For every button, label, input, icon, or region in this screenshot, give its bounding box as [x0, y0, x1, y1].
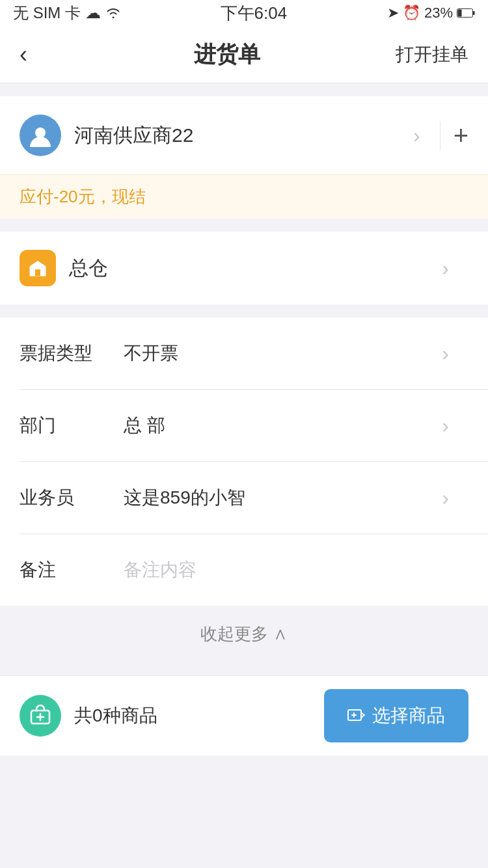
product-count-label: 共0种商品	[74, 703, 311, 728]
notice-bar: 应付-20元，现结	[0, 174, 488, 219]
remark-label: 备注	[20, 558, 111, 582]
add-button[interactable]: +	[440, 121, 468, 150]
remark-input[interactable]: 备注内容	[111, 558, 468, 582]
warehouse-name: 总仓	[69, 255, 442, 282]
status-right: ➤ ⏰ 23%	[387, 5, 475, 21]
nav-bar: ‹ 进货单 打开挂单	[0, 26, 488, 83]
svg-rect-2	[457, 10, 461, 17]
sales-label: 业务员	[20, 485, 111, 510]
supplier-row[interactable]: 河南供应商22 › +	[0, 96, 488, 174]
page-background	[0, 755, 488, 868]
location-icon: ➤	[387, 5, 399, 21]
alarm-icon: ⏰	[403, 5, 420, 21]
sales-row[interactable]: 业务员 这是859的小智 ›	[0, 462, 488, 534]
warehouse-row[interactable]: 总仓 ›	[0, 232, 488, 305]
status-left: 无 SIM 卡 ☁	[13, 3, 120, 23]
svg-rect-1	[473, 11, 475, 15]
collapse-button[interactable]: 收起更多 ∧	[0, 606, 488, 662]
sim-label: 无 SIM 卡 ☁	[13, 3, 101, 23]
back-button[interactable]: ‹	[20, 41, 59, 68]
dept-label: 部门	[20, 413, 111, 438]
section-gap-3	[0, 305, 488, 318]
sales-chevron-icon: ›	[442, 486, 449, 510]
status-bar: 无 SIM 卡 ☁ 下午6:04 ➤ ⏰ 23%	[0, 0, 488, 26]
remark-row[interactable]: 备注 备注内容	[0, 534, 488, 606]
battery-icon	[457, 5, 475, 21]
section-gap-1	[0, 83, 488, 96]
form-card: 票据类型 不开票 › 部门 总 部 › 业务员 这是859的小智 › 备注 备注…	[0, 318, 488, 606]
status-time: 下午6:04	[221, 2, 288, 25]
section-gap-4	[0, 662, 488, 675]
supplier-name: 河南供应商22	[74, 122, 413, 149]
supplier-chevron-icon: ›	[413, 124, 420, 148]
battery-label: 23%	[424, 5, 453, 21]
warehouse-card[interactable]: 总仓 ›	[0, 232, 488, 305]
open-pending-button[interactable]: 打开挂单	[396, 42, 468, 67]
select-product-button[interactable]: 选择商品	[324, 689, 468, 742]
dept-value: 总 部	[111, 413, 442, 438]
warehouse-icon	[20, 250, 56, 286]
warehouse-chevron-icon: ›	[442, 256, 449, 280]
page-title: 进货单	[194, 40, 260, 70]
invoice-row[interactable]: 票据类型 不开票 ›	[0, 318, 488, 389]
svg-point-3	[35, 128, 46, 138]
product-icon	[20, 695, 61, 737]
dept-row[interactable]: 部门 总 部 ›	[0, 390, 488, 461]
invoice-chevron-icon: ›	[442, 342, 449, 366]
invoice-label: 票据类型	[20, 341, 111, 366]
bottom-bar: 共0种商品 选择商品	[0, 675, 488, 755]
section-gap-2	[0, 219, 488, 232]
sales-value: 这是859的小智	[111, 485, 442, 510]
supplier-card: 河南供应商22 › + 应付-20元，现结	[0, 96, 488, 219]
svg-rect-4	[35, 269, 40, 276]
dept-chevron-icon: ›	[442, 414, 449, 438]
select-product-label: 选择商品	[372, 703, 445, 728]
invoice-value: 不开票	[111, 341, 442, 366]
wifi-icon	[106, 4, 120, 22]
supplier-avatar	[20, 115, 61, 156]
